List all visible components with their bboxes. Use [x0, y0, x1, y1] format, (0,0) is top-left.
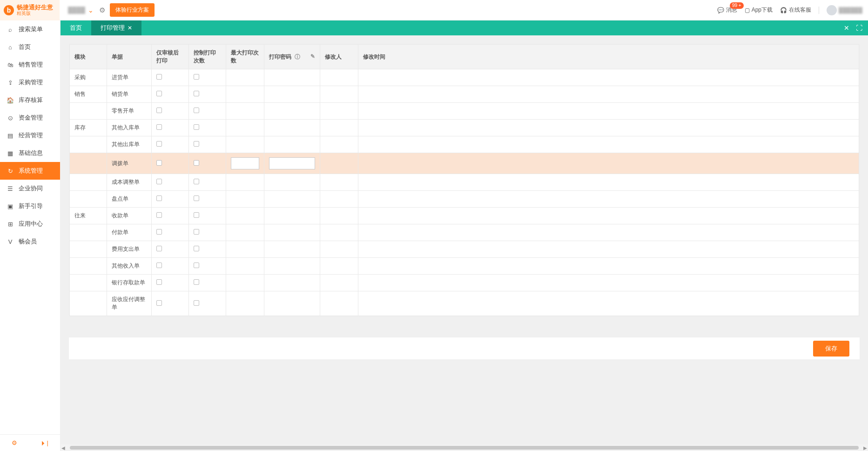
scroll-left-icon[interactable]: ◀	[61, 445, 65, 451]
audit-checkbox[interactable]	[156, 279, 162, 285]
control-checkbox[interactable]	[194, 279, 199, 285]
control-checkbox[interactable]	[194, 124, 199, 130]
th-pwd: 打印密码 ⓘ ✎	[264, 45, 320, 69]
tenant-switch[interactable]: ████ ⌄	[68, 7, 94, 14]
sidebar-item-7[interactable]: ▦基础信息	[0, 144, 60, 162]
control-checkbox[interactable]	[194, 246, 199, 251]
cell-doc: 其他收入单	[107, 258, 152, 275]
customer-service-link[interactable]: 🎧 在线客服	[780, 6, 811, 14]
control-checkbox[interactable]	[194, 74, 199, 80]
audit-checkbox[interactable]	[156, 160, 162, 166]
sidebar-icon: ⇪	[7, 79, 14, 86]
sidebar-item-label: 基础信息	[19, 149, 43, 157]
edit-icon[interactable]: ✎	[310, 53, 315, 60]
fullscreen-icon[interactable]: ⛶	[856, 24, 862, 32]
cell-modifier	[320, 258, 358, 275]
industry-solution-button[interactable]: 体验行业方案	[110, 3, 155, 17]
tab-home[interactable]: 首页	[61, 20, 91, 35]
messages-link[interactable]: 💬 消息 99 +	[717, 6, 737, 14]
app-download-link[interactable]: ▢ App下载	[745, 6, 773, 14]
sidebar-item-label: 资金管理	[19, 114, 43, 122]
gear-icon[interactable]: ⚙	[99, 6, 105, 14]
audit-checkbox[interactable]	[156, 108, 162, 113]
th-pwd-label: 打印密码	[269, 54, 291, 60]
sidebar-item-0[interactable]: ⌕搜索菜单	[0, 20, 60, 38]
cell-doc: 其他入库单	[107, 120, 152, 136]
control-checkbox[interactable]	[194, 141, 199, 147]
audit-checkbox[interactable]	[156, 179, 162, 184]
cell-pwd	[264, 241, 320, 258]
audit-checkbox[interactable]	[156, 212, 162, 218]
footer-bar: 保存	[69, 337, 860, 359]
cell-modifier	[320, 275, 358, 291]
main-area: 首页 打印管理 ✕ ✕ ⛶	[61, 20, 868, 451]
cell-pwd	[264, 174, 320, 191]
help-icon[interactable]: ⓘ	[295, 54, 300, 60]
scroll-thumb[interactable]	[70, 446, 859, 450]
scroll-right-icon[interactable]: ▶	[863, 445, 867, 451]
audit-checkbox[interactable]	[156, 74, 162, 80]
sidebar-item-5[interactable]: ⊙资金管理	[0, 109, 60, 127]
audit-checkbox[interactable]	[156, 91, 162, 96]
audit-checkbox[interactable]	[156, 229, 162, 235]
control-checkbox[interactable]	[194, 263, 199, 268]
control-checkbox[interactable]	[194, 160, 199, 166]
sidebar-icon: ↻	[7, 168, 14, 175]
cell-mtime	[358, 291, 859, 316]
sidebar-item-4[interactable]: 🏠库存核算	[0, 91, 60, 109]
control-checkbox[interactable]	[194, 179, 199, 184]
sidebar-icon: 🏠	[7, 97, 14, 104]
chat-icon: 💬	[717, 7, 724, 13]
audit-checkbox[interactable]	[156, 246, 162, 251]
cell-doc: 成本调整单	[107, 174, 152, 191]
cell-mtime	[358, 69, 859, 86]
sidebar-footer: ⚙ ⏵|	[0, 434, 60, 451]
sidebar-item-12[interactable]: V畅会员	[0, 233, 60, 250]
sidebar-item-10[interactable]: ▣新手引导	[0, 197, 60, 215]
audit-checkbox[interactable]	[156, 124, 162, 130]
collapse-icon[interactable]: ⏵|	[40, 439, 48, 446]
audit-checkbox[interactable]	[156, 141, 162, 147]
cell-max	[226, 191, 264, 208]
sidebar-item-8[interactable]: ↻系统管理	[0, 162, 60, 180]
customer-service-label: 在线客服	[789, 6, 811, 14]
tab-close-all-icon[interactable]: ✕	[844, 24, 849, 32]
sidebar-item-11[interactable]: ⊞应用中心	[0, 215, 60, 233]
print-password-input[interactable]	[269, 157, 315, 169]
cell-audit	[152, 153, 189, 174]
control-checkbox[interactable]	[194, 91, 199, 96]
close-icon[interactable]: ✕	[128, 25, 132, 31]
sidebar-icon: ⊙	[7, 114, 14, 121]
horizontal-scrollbar[interactable]: ◀ ▶	[61, 444, 868, 451]
sidebar-item-9[interactable]: ☰企业协同	[0, 180, 60, 197]
sidebar-item-2[interactable]: 🛍销售管理	[0, 56, 60, 74]
audit-checkbox[interactable]	[156, 195, 162, 201]
sidebar-item-label: 企业协同	[19, 184, 43, 193]
cell-max	[226, 69, 264, 86]
control-checkbox[interactable]	[194, 108, 199, 113]
audit-checkbox[interactable]	[156, 300, 162, 306]
control-checkbox[interactable]	[194, 300, 199, 306]
tab-print-manage[interactable]: 打印管理 ✕	[91, 20, 141, 35]
sidebar-item-3[interactable]: ⇪采购管理	[0, 74, 60, 91]
sidebar-item-label: 搜索菜单	[19, 25, 43, 34]
save-button[interactable]: 保存	[813, 341, 849, 357]
audit-checkbox[interactable]	[156, 263, 162, 268]
cell-max	[226, 208, 264, 224]
control-checkbox[interactable]	[194, 229, 199, 235]
cell-doc: 销货单	[107, 86, 152, 103]
max-print-input[interactable]	[231, 157, 259, 169]
cell-modifier	[320, 191, 358, 208]
user-menu[interactable]: ██████	[827, 5, 862, 15]
control-checkbox[interactable]	[194, 212, 199, 218]
cell-pwd	[264, 258, 320, 275]
cell-audit	[152, 275, 189, 291]
cell-modifier	[320, 86, 358, 103]
cell-max	[226, 241, 264, 258]
settings-icon[interactable]: ⚙	[12, 439, 17, 446]
table-row: 其他出库单	[70, 136, 859, 153]
control-checkbox[interactable]	[194, 195, 199, 201]
cell-modifier	[320, 291, 358, 316]
sidebar-item-1[interactable]: ⌂首页	[0, 38, 60, 56]
sidebar-item-6[interactable]: ▤经营管理	[0, 127, 60, 144]
